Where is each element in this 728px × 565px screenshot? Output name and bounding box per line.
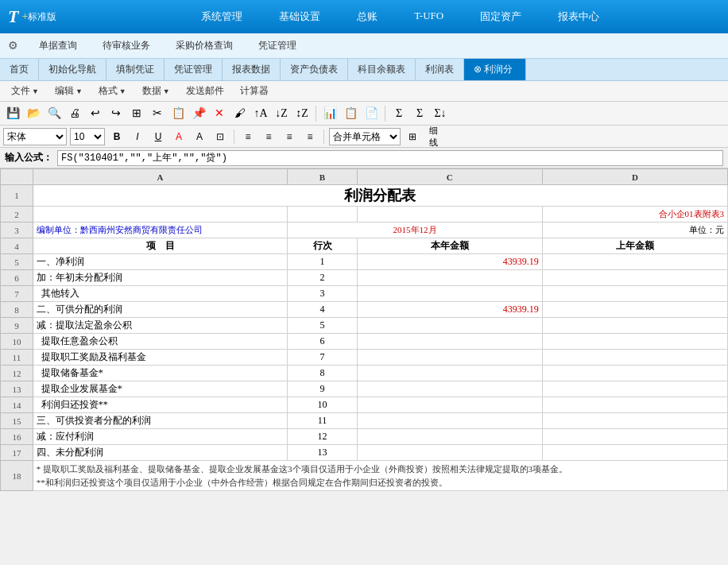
- menu-fixed-assets[interactable]: 固定资产: [474, 6, 528, 27]
- cell-4d[interactable]: 上年金额: [542, 238, 727, 254]
- voucher-management[interactable]: 凭证管理: [254, 37, 301, 55]
- cell-16c[interactable]: [357, 429, 542, 445]
- menu-data[interactable]: 数据 ▼: [136, 83, 176, 99]
- merge-select[interactable]: 合并单元格 取消合并: [329, 128, 401, 145]
- menu-system[interactable]: 系统管理: [195, 6, 249, 27]
- align-justify-btn[interactable]: ≡: [301, 128, 319, 145]
- search-btn[interactable]: 🔍: [45, 104, 64, 123]
- sigma3-btn[interactable]: Σ↓: [431, 104, 450, 123]
- title-cell[interactable]: 利润分配表: [33, 185, 727, 207]
- paste-btn[interactable]: 📌: [189, 104, 208, 123]
- cell-14a[interactable]: 利润归还投资**: [33, 397, 288, 413]
- cell-7d[interactable]: [542, 286, 727, 302]
- cell-13b[interactable]: 9: [288, 381, 357, 397]
- cell-4c[interactable]: 本年金额: [357, 238, 542, 254]
- tab-profit-dist[interactable]: ⊗ 利润分: [464, 59, 526, 80]
- open-btn[interactable]: 📂: [24, 104, 43, 123]
- save-btn[interactable]: 💾: [3, 104, 22, 123]
- cell-3a[interactable]: 编制单位：黔西南州安然商贸有限责任公司: [33, 223, 288, 238]
- cell-15c[interactable]: [357, 413, 542, 429]
- thin-line-btn[interactable]: 细线: [424, 128, 442, 145]
- cell-8d[interactable]: [542, 302, 727, 318]
- sigma-btn[interactable]: Σ: [389, 104, 409, 123]
- cell-2c[interactable]: [357, 207, 542, 223]
- menu-edit[interactable]: 编辑 ▼: [48, 83, 89, 99]
- tab-voucher-mgmt[interactable]: 凭证管理: [165, 59, 223, 80]
- cell-13a[interactable]: 提取企业发展基金*: [33, 381, 288, 397]
- cell-15b[interactable]: 11: [288, 413, 357, 429]
- cell-4a[interactable]: 项 目: [33, 238, 288, 254]
- cell-2b[interactable]: [288, 207, 357, 223]
- cell-11d[interactable]: [542, 350, 727, 366]
- cut-btn[interactable]: ✂: [148, 104, 167, 123]
- cell-18-note[interactable]: * 提取职工奖励及福利基金、提取储备基金、提取企业发展基金这3个项目仅适用于小企…: [33, 461, 727, 491]
- cell-8c[interactable]: 43939.19: [357, 302, 542, 318]
- cell-6a[interactable]: 加：年初未分配利润: [33, 270, 288, 286]
- cell-2d[interactable]: 合小企01表附表3: [542, 207, 727, 223]
- spreadsheet[interactable]: A B C D 1 利润分配表 2 合小企01表附表3 3: [0, 168, 728, 491]
- cell-13c[interactable]: [357, 381, 542, 397]
- cell-4b[interactable]: 行次: [288, 238, 357, 254]
- purchase-price-query[interactable]: 采购价格查询: [171, 37, 238, 55]
- report-btn2[interactable]: 📋: [341, 104, 360, 123]
- menu-format[interactable]: 格式 ▼: [92, 83, 133, 99]
- cell-7a[interactable]: 其他转入: [33, 286, 288, 302]
- tab-fill-voucher[interactable]: 填制凭证: [106, 59, 165, 80]
- size-select[interactable]: 10 12 14 16: [70, 128, 105, 145]
- sort-asc-btn[interactable]: ↑A: [251, 104, 270, 123]
- cell-9b[interactable]: 5: [288, 318, 357, 334]
- underline-btn[interactable]: U: [149, 128, 167, 145]
- sort-desc-btn[interactable]: ↓Z: [272, 104, 291, 123]
- undo-btn[interactable]: ↩: [86, 104, 105, 123]
- bold-btn[interactable]: B: [108, 128, 126, 145]
- tab-balance-sheet[interactable]: 资产负债表: [281, 59, 348, 80]
- cell-10d[interactable]: [542, 334, 727, 350]
- cell-7b[interactable]: 3: [288, 286, 357, 302]
- cell-15a[interactable]: 三、可供投资者分配的利润: [33, 413, 288, 429]
- cell-11c[interactable]: [357, 350, 542, 366]
- cell-12a[interactable]: 提取储备基金*: [33, 366, 288, 381]
- cell-5a[interactable]: 一、净利润: [33, 254, 288, 270]
- col-header-c[interactable]: C: [357, 169, 542, 185]
- report-btn3[interactable]: 📄: [362, 104, 381, 123]
- cell-3d[interactable]: 单位：元: [542, 223, 727, 238]
- cell-13d[interactable]: [542, 381, 727, 397]
- redo-btn[interactable]: ↪: [106, 104, 126, 123]
- cell-17c[interactable]: [357, 445, 542, 461]
- voucher-query[interactable]: 单据查询: [34, 37, 82, 55]
- cell-6d[interactable]: [542, 270, 727, 286]
- menu-reports[interactable]: 报表中心: [552, 6, 606, 27]
- font-select[interactable]: 宋体 黑体 楷体: [3, 128, 67, 145]
- menu-basic[interactable]: 基础设置: [273, 6, 327, 27]
- cell-11a[interactable]: 提取职工奖励及福利基金: [33, 350, 288, 366]
- cell-6c[interactable]: [357, 270, 542, 286]
- col-header-b[interactable]: B: [288, 169, 357, 185]
- cell-12c[interactable]: [357, 366, 542, 381]
- cell-9c[interactable]: [357, 318, 542, 334]
- menu-calculator[interactable]: 计算器: [234, 83, 275, 99]
- report-btn1[interactable]: 📊: [320, 104, 339, 123]
- formula-input[interactable]: [57, 150, 723, 166]
- cell-6b[interactable]: 2: [288, 270, 357, 286]
- highlight-btn[interactable]: A: [191, 128, 208, 145]
- cell-10b[interactable]: 6: [288, 334, 357, 350]
- cell-17d[interactable]: [542, 445, 727, 461]
- cell-9d[interactable]: [542, 318, 727, 334]
- menu-file[interactable]: 文件 ▼: [5, 83, 45, 99]
- brush-btn[interactable]: 🖌: [230, 104, 250, 123]
- cell-14d[interactable]: [542, 397, 727, 413]
- cell-14c[interactable]: [357, 397, 542, 413]
- sigma2-btn[interactable]: Σ: [410, 104, 429, 123]
- menu-send-email[interactable]: 发送邮件: [180, 83, 230, 99]
- cell-12b[interactable]: 8: [288, 366, 357, 381]
- table-btn[interactable]: ⊞: [127, 104, 146, 123]
- cell-12d[interactable]: [542, 366, 727, 381]
- col-header-a[interactable]: A: [33, 169, 288, 185]
- tab-report-data[interactable]: 报表数据: [223, 59, 281, 80]
- menu-tufo[interactable]: T-UFO: [408, 6, 450, 27]
- col-header-d[interactable]: D: [542, 169, 727, 185]
- align-right-btn[interactable]: ≡: [281, 128, 298, 145]
- cell-15d[interactable]: [542, 413, 727, 429]
- cell-9a[interactable]: 减：提取法定盈余公积: [33, 318, 288, 334]
- color-btn[interactable]: A: [170, 128, 188, 145]
